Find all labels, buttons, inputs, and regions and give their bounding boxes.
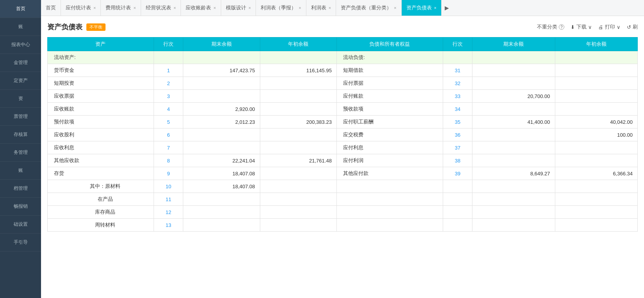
sidebar-item-guide[interactable]: 手引导 (0, 234, 41, 252)
sidebar-item-debt-mgmt[interactable]: 务管理 (0, 144, 41, 162)
liab-year-start[interactable]: 100.00 (555, 128, 637, 141)
asset-period-end[interactable] (183, 206, 260, 219)
asset-year-start[interactable] (260, 103, 336, 116)
asset-period-end[interactable]: 18,407.08 (183, 167, 260, 180)
download-button[interactable]: ⬇ 下载 ∨ (571, 23, 592, 30)
liab-year-start[interactable]: 6,366.34 (555, 167, 637, 180)
tab-close-balance-sheet[interactable]: × (434, 5, 436, 10)
sidebar-item-report-center[interactable]: 报表中心 (0, 36, 41, 54)
liab-year-start[interactable] (555, 180, 637, 193)
liab-period-end[interactable] (472, 128, 555, 141)
sidebar-item-account[interactable]: 账 (0, 18, 41, 36)
liab-period-end[interactable] (472, 64, 555, 77)
asset-period-end[interactable]: 22,241.04 (183, 154, 260, 167)
liab-period-end[interactable] (472, 193, 555, 206)
asset-year-start[interactable] (260, 128, 336, 141)
tab-scroll-right[interactable]: ▶ (442, 5, 452, 11)
liab-year-start[interactable] (555, 193, 637, 206)
asset-year-start[interactable]: 116,145.95 (260, 64, 336, 77)
tab-operation-report[interactable]: 经营状况表 × (141, 0, 181, 16)
liab-period-end[interactable] (472, 180, 555, 193)
asset-year-start[interactable] (260, 77, 336, 90)
table-row[interactable]: 周转材料 13 (48, 219, 638, 232)
tab-close-balance-reclassify[interactable]: × (394, 5, 396, 10)
asset-year-start[interactable]: 21,761.48 (260, 154, 336, 167)
asset-year-start[interactable] (260, 90, 336, 103)
tab-receivable-age[interactable]: 应收账龄表 × (181, 0, 221, 16)
table-row[interactable]: 应收利息 7 应付利息 37 (48, 141, 638, 154)
liab-period-end[interactable] (472, 206, 555, 219)
liab-period-end[interactable] (472, 103, 555, 116)
asset-year-start[interactable] (260, 193, 336, 206)
liab-period-end[interactable]: 8,649.27 (472, 167, 555, 180)
sidebar-item-ticket-mgmt[interactable]: 票管理 (0, 108, 41, 126)
table-row[interactable]: 其他应收款 8 22,241.04 21,761.48 应付利润 38 (48, 154, 638, 167)
liab-year-start[interactable] (555, 219, 637, 232)
table-row[interactable]: 在产品 11 (48, 193, 638, 206)
asset-year-start[interactable] (260, 141, 336, 154)
tab-balance-reclassify[interactable]: 资产负债表（重分类） × (336, 0, 401, 16)
table-row[interactable]: 短期投资 2 应付票据 32 (48, 77, 638, 90)
tab-close-template-design[interactable]: × (249, 5, 251, 10)
table-row[interactable]: 其中：原材料 10 18,407.08 (48, 180, 638, 193)
liab-year-start[interactable]: 40,042.00 (555, 116, 637, 128)
sidebar-item-fund-mgmt[interactable]: 金管理 (0, 54, 41, 72)
tab-profit-quarterly[interactable]: 利润表（季报） × (256, 0, 306, 16)
liab-year-start[interactable] (555, 77, 637, 90)
tab-profit[interactable]: 利润表 × (306, 0, 336, 16)
asset-period-end[interactable]: 147,423.75 (183, 64, 260, 77)
liab-period-end[interactable] (472, 154, 555, 167)
sidebar-item-expense[interactable]: 畅报销 (0, 198, 41, 216)
asset-period-end[interactable] (183, 141, 260, 154)
asset-period-end[interactable] (183, 90, 260, 103)
table-row[interactable]: 应收票据 3 应付账款 33 20,700.00 (48, 90, 638, 103)
tab-balance-sheet[interactable]: 资产负债表 × (402, 0, 442, 16)
asset-period-end[interactable]: 2,920.00 (183, 103, 260, 116)
tab-close-profit-quarterly[interactable]: × (299, 5, 301, 10)
asset-year-start[interactable] (260, 206, 336, 219)
table-row[interactable]: 应收账款 4 2,920.00 预收款项 34 (48, 103, 638, 116)
liab-year-start[interactable] (555, 141, 637, 154)
liab-period-end[interactable] (472, 77, 555, 90)
sidebar-item-fixed-assets[interactable]: 定资产 (0, 72, 41, 90)
table-row[interactable]: 货币资金 1 147,423.75 116,145.95 短期借款 31 (48, 64, 638, 77)
tab-payable-stats[interactable]: 应付统计表 × (61, 0, 101, 16)
sidebar-item-invest[interactable]: 资 (0, 90, 41, 108)
liab-period-end[interactable]: 20,700.00 (472, 90, 555, 103)
asset-period-end[interactable] (183, 193, 260, 206)
sidebar-item-inventory[interactable]: 存核算 (0, 126, 41, 144)
tab-home[interactable]: 首页 (41, 0, 61, 16)
table-row[interactable]: 应收股利 6 应交税费 36 100.00 (48, 128, 638, 141)
refresh-button[interactable]: ↺ 刷 (627, 23, 638, 30)
liab-year-start[interactable] (555, 64, 637, 77)
asset-period-end[interactable] (183, 77, 260, 90)
asset-year-start[interactable] (260, 219, 336, 232)
liab-year-start[interactable] (555, 154, 637, 167)
asset-period-end[interactable]: 2,012.23 (183, 116, 260, 128)
tab-close-receivable-age[interactable]: × (213, 5, 216, 10)
liab-year-start[interactable] (555, 103, 637, 116)
asset-period-end[interactable]: 18,407.08 (183, 180, 260, 193)
sidebar-item-ledger[interactable]: 账 (0, 162, 41, 180)
liab-year-start[interactable] (555, 206, 637, 219)
tab-close-expense-stats[interactable]: × (133, 5, 136, 10)
sidebar-item-settings[interactable]: 础设置 (0, 216, 41, 234)
print-button[interactable]: 🖨 打印 ∨ (598, 23, 621, 30)
table-row[interactable]: 库存商品 12 (48, 206, 638, 219)
asset-year-start[interactable] (260, 180, 336, 193)
sidebar-item-archive[interactable]: 档管理 (0, 180, 41, 198)
table-row[interactable]: 存货 9 18,407.08 其他应付款 39 8,649.27 6,366.3… (48, 167, 638, 180)
tab-close-operation-report[interactable]: × (174, 5, 176, 10)
liab-period-end[interactable] (472, 141, 555, 154)
tab-template-design[interactable]: 模版设计 × (221, 0, 256, 16)
liab-period-end[interactable] (472, 219, 555, 232)
asset-year-start[interactable]: 200,383.23 (260, 116, 336, 128)
asset-year-start[interactable] (260, 167, 336, 180)
no-reclassify-button[interactable]: 不重分类 ? (537, 23, 564, 30)
table-row[interactable]: 预付款项 5 2,012.23 200,383.23 应付职工薪酬 35 41,… (48, 116, 638, 128)
tab-expense-stats[interactable]: 费用统计表 × (101, 0, 141, 16)
tab-close-profit[interactable]: × (329, 5, 331, 10)
asset-period-end[interactable] (183, 128, 260, 141)
sidebar-item-home[interactable]: 首页 (0, 0, 41, 18)
liab-year-start[interactable] (555, 90, 637, 103)
